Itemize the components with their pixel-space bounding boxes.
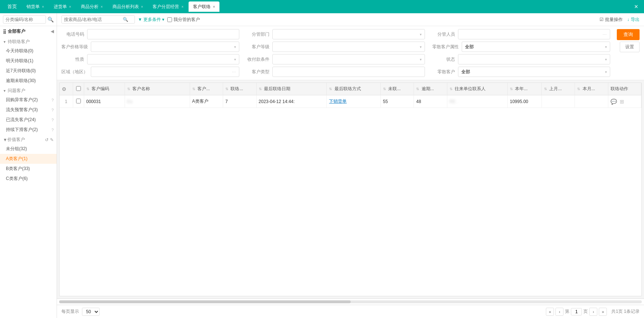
sidebar-item-today[interactable]: 今天待联络(0) [0,46,57,56]
next-page-btn[interactable]: › [589,308,597,316]
nav-tab-customer-contact[interactable]: 客户联络 × [189,1,219,12]
filter-bar-right: ☑ 批量操作 ↓ 导出 [600,17,640,23]
price-level-chevron-icon: ▾ [234,45,236,49]
row-code: 000031 [84,95,125,108]
nav-tab-product-analysis[interactable]: 商品分析 × [76,1,107,12]
customer-level-dropdown[interactable]: ▾ [272,42,425,52]
sidebar-item-declining[interactable]: 持续下滑客户(2) ? [0,125,57,135]
nav-home[interactable]: 首页 [3,3,21,10]
qr-action-icon[interactable]: ⊞ [620,99,624,105]
sidebar-item-c-class[interactable]: C类客户(6) [0,174,57,184]
sidebar-search-area: 🔍 [0,13,57,26]
help-icon-3[interactable]: ? [51,118,54,122]
last-method-link[interactable]: 下销货单 [329,99,347,104]
all-customers-header[interactable]: ⣿ 全部客户 ◀ [0,26,57,37]
help-icon-1[interactable]: ? [51,98,54,102]
my-customers-checkbox[interactable]: 我分管的客户 [167,17,200,23]
sort-method-icon[interactable]: ⇅ [329,87,332,91]
advanced-filter: 电话号码 分管部门 ▾ 分管人员 [57,26,644,80]
sidebar-search-icon[interactable]: 🔍 [47,17,54,22]
sidebar-item-tomorrow[interactable]: 明天待联络(1) [0,56,57,66]
sort-this-year-icon[interactable]: ⇅ [510,87,513,91]
nav-tab-customer-segment[interactable]: 客户分层经营 × [148,1,188,12]
sort-date-icon[interactable]: ⇅ [259,87,262,91]
customer-type-input[interactable] [272,67,425,77]
export-btn[interactable]: ↓ 导出 [627,17,640,23]
refresh-icon[interactable]: ↺ [45,137,49,142]
edit-icon[interactable]: ✎ [50,137,54,142]
query-btn[interactable]: 查询 [617,29,640,40]
sort-overdue-icon[interactable]: ⇅ [416,87,419,91]
last-page-btn[interactable]: » [599,308,607,316]
sidebar-item-lost-warning[interactable]: 流失预警客户(3) ? [0,105,57,115]
more-filters-btn[interactable]: ▼ 更多条件 ▾ [138,17,164,23]
horizontal-scrollbar[interactable] [59,300,642,303]
region-input[interactable]: ··· [91,67,239,77]
table-row: 1 000031 Ea A类客户 7 2023-04-12 14:44: 下销货… [60,95,641,108]
sort-code-icon[interactable]: ⇅ [86,87,89,91]
collapse-sidebar-icon[interactable]: ◀ [51,29,54,34]
nav-tab-product-list[interactable]: 商品分析列表 × [108,1,148,12]
price-level-dropdown[interactable]: ▾ [91,42,239,52]
close-customer-contact-icon[interactable]: × [213,5,215,9]
batch-op-btn[interactable]: ☑ 批量操作 [600,17,623,23]
select-all-checkbox[interactable] [76,86,81,91]
close-sales-icon[interactable]: × [42,5,44,9]
page-size-select[interactable]: 50 [82,308,100,316]
dept-dropdown[interactable]: ▾ [272,29,425,39]
chat-action-icon[interactable]: 💬 [611,99,617,105]
page-nav: « ‹ 第 页 › » 共1页 1条记录 [546,308,640,316]
sidebar-search-input[interactable] [3,15,46,24]
group-pending-contact[interactable]: ▼ 待联络客户 [0,37,57,46]
row-last-month [541,95,575,108]
my-customers-check[interactable] [167,17,172,22]
sort-this-month-icon[interactable]: ⇅ [577,87,580,91]
sidebar-item-unclassified[interactable]: 未分组(32) [0,144,57,154]
help-icon-2[interactable]: ? [51,108,54,112]
first-page-btn[interactable]: « [546,308,554,316]
field-price-level: 客户价格等级 ▾ [61,42,239,52]
retail-customer-dropdown[interactable]: 全部 ▾ [458,67,610,77]
close-all-icon[interactable]: × [631,3,641,11]
sidebar-item-repurchase-abnormal[interactable]: 回购异常客户(2) ? [0,95,57,105]
help-icon-4[interactable]: ? [51,128,54,132]
field-manager: 分管人员 ··· [432,29,610,39]
page-label: 第 [565,308,569,315]
payment-dropdown[interactable]: ▾ [272,54,425,64]
sidebar-item-lost[interactable]: 已流失客户(24) ? [0,115,57,125]
prev-page-btn[interactable]: ‹ [555,308,564,316]
manager-dots-icon: ··· [603,32,607,36]
sort-name-icon[interactable]: ⇅ [127,87,130,91]
close-product-analysis-icon[interactable]: × [101,5,103,9]
sidebar-item-b-class[interactable]: B类客户(33) [0,164,57,174]
close-product-list-icon[interactable]: × [141,5,143,9]
group-problem-customers[interactable]: ▼ 问题客户 [0,86,57,95]
sidebar-item-7days[interactable]: 近7天待联络(0) [0,66,57,76]
sort-last-month-icon[interactable]: ⇅ [544,87,547,91]
sidebar-item-overdue[interactable]: 逾期未联络(30) [0,76,57,86]
sort-contact-icon[interactable]: ⇅ [225,87,228,91]
col-actions: 联络动作 [608,83,641,95]
sidebar-item-a-class[interactable]: A类客户(1) [0,154,57,164]
nature-dropdown[interactable]: ▾ [87,54,239,64]
customer-table-container: ⚙ ⇅ 客户编码 ⇅ 客户名称 [59,82,642,296]
close-customer-segment-icon[interactable]: × [181,5,183,9]
row-checkbox[interactable] [76,99,81,103]
filter-search-input[interactable] [64,17,123,22]
status-dropdown[interactable]: ▾ [458,54,610,64]
filter-search-icon[interactable]: 🔍 [123,17,128,22]
phone-input[interactable] [87,29,239,39]
table-gear-icon[interactable]: ⚙ [62,86,67,92]
sort-type-icon[interactable]: ⇅ [192,87,195,91]
close-purchase-icon[interactable]: × [69,5,71,9]
retail-attr-dropdown[interactable]: 全部 ▾ [462,42,610,52]
settings-btn[interactable]: 设置 [620,42,640,52]
sort-company-contact-icon[interactable]: ⇅ [450,87,452,91]
row-this-year: 10995.00 [507,95,541,108]
nav-tab-sales[interactable]: 销货单 × [22,1,49,12]
filter-row-2: 客户价格等级 ▾ 客户等级 ▾ [61,42,610,52]
sort-not-contacted-icon[interactable]: ⇅ [383,87,386,91]
nav-tab-purchase[interactable]: 进货单 × [49,1,76,12]
page-number-input[interactable] [571,308,582,315]
manager-input[interactable]: ··· [458,29,610,39]
